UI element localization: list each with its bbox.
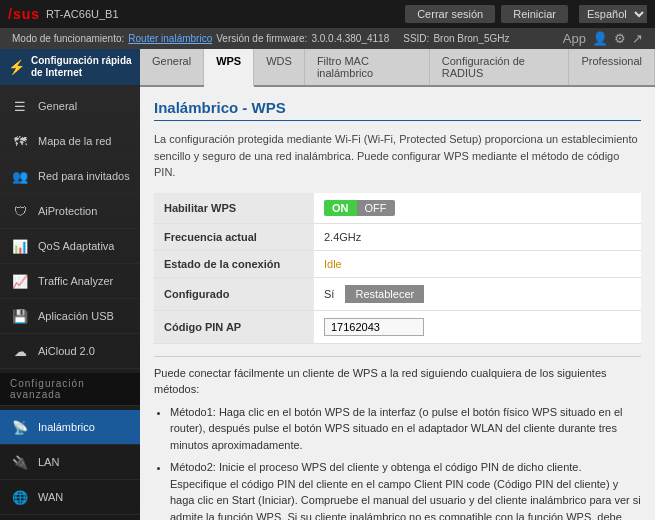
close-session-button[interactable]: Cerrar sesión <box>405 5 495 23</box>
advanced-section: 📡 Inalámbrico 🔌 LAN 🌐 WAN 🔷 IPv6 🔒 VPN <box>0 406 140 520</box>
table-row-wps-enable: Habilitar WPS ON OFF <box>154 193 641 224</box>
mode-label: Modo de funcionamiento: <box>12 33 124 44</box>
page-title: Inalámbrico - WPS <box>154 99 641 121</box>
sidebar-item-wireless[interactable]: 📡 Inalámbrico <box>0 410 140 445</box>
toggle-on[interactable]: ON <box>324 200 357 216</box>
restore-button[interactable]: Restablecer <box>345 285 424 303</box>
sidebar-item-traffic[interactable]: 📈 Traffic Analyzer <box>0 264 140 299</box>
page-content: Inalámbrico - WPS La configuración prote… <box>140 87 655 520</box>
advanced-section-header: Configuración avanzada <box>0 373 140 406</box>
sidebar-item-usb[interactable]: 💾 Aplicación USB <box>0 299 140 334</box>
aicloud-label: AiCloud 2.0 <box>38 345 95 357</box>
wan-icon: 🌐 <box>10 487 30 507</box>
firmware-label: Versión de firmware: <box>216 33 307 44</box>
reboot-button[interactable]: Reiniciar <box>501 5 568 23</box>
tab-wps[interactable]: WPS <box>204 49 254 87</box>
traffic-icon: 📈 <box>10 271 30 291</box>
guest-icon: 👥 <box>10 166 30 186</box>
quick-setup-icon: ⚡ <box>8 59 25 75</box>
ssid-label: SSID: <box>403 33 429 44</box>
asus-logo: /sus <box>8 6 40 22</box>
ssid-value: Bron Bron_5GHz <box>433 33 509 44</box>
sidebar-item-aicloud[interactable]: ☁ AiCloud 2.0 <box>0 334 140 369</box>
method1-item: Método1: Haga clic en el botón WPS de la… <box>170 404 641 454</box>
qos-icon: 📊 <box>10 236 30 256</box>
info-section: Puede conectar fácilmente un cliente de … <box>154 356 641 521</box>
table-row-configured: Configurado Sí Restablecer <box>154 277 641 310</box>
wps-enable-label: Habilitar WPS <box>154 193 314 224</box>
configured-label: Configurado <box>154 277 314 310</box>
frequency-value: 2.4GHz <box>324 231 361 243</box>
main-layout: ⚡ Configuración rápida de Internet ☰ Gen… <box>0 49 655 520</box>
sidebar-item-guest-network[interactable]: 👥 Red para invitados <box>0 159 140 194</box>
table-row-pin: Código PIN AP <box>154 310 641 343</box>
qos-label: QoS Adaptativa <box>38 240 114 252</box>
pin-input[interactable] <box>324 318 424 336</box>
traffic-label: Traffic Analyzer <box>38 275 113 287</box>
tab-mac-filter[interactable]: Filtro MAC inalámbrico <box>305 49 430 85</box>
settings-icon: ⚙ <box>614 31 626 46</box>
sidebar-item-qos[interactable]: 📊 QoS Adaptativa <box>0 229 140 264</box>
wireless-icon: 📡 <box>10 417 30 437</box>
topbar-icons: App 👤 ⚙ ↗ <box>563 31 643 46</box>
connection-state-value: Idle <box>324 258 342 270</box>
connection-state-label: Estado de la conexión <box>154 250 314 277</box>
table-row-frequency: Frecuencia actual 2.4GHz <box>154 223 641 250</box>
configured-value: Sí <box>324 288 334 300</box>
tab-general[interactable]: General <box>140 49 204 85</box>
shield-icon: 🛡 <box>10 201 30 221</box>
wireless-label: Inalámbrico <box>38 421 95 433</box>
guest-label: Red para invitados <box>38 170 130 182</box>
sidebar-item-lan[interactable]: 🔌 LAN <box>0 445 140 480</box>
sidebar: ⚡ Configuración rápida de Internet ☰ Gen… <box>0 49 140 520</box>
usb-label: Aplicación USB <box>38 310 114 322</box>
sidebar-item-general[interactable]: ☰ General <box>0 89 140 124</box>
cloud-icon: ☁ <box>10 341 30 361</box>
lan-label: LAN <box>38 456 59 468</box>
sidebar-item-network-map[interactable]: 🗺 Mapa de la red <box>0 124 140 159</box>
top-bar: /sus RT-AC66U_B1 Cerrar sesión Reiniciar… <box>0 0 655 28</box>
firmware-version: 3.0.0.4.380_4118 <box>311 33 389 44</box>
mode-bar: Modo de funcionamiento: Router inalámbri… <box>0 28 655 49</box>
info-title: Puede conectar fácilmente un cliente de … <box>154 365 641 398</box>
table-row-connection-state: Estado de la conexión Idle <box>154 250 641 277</box>
sidebar-item-aiprotection[interactable]: 🛡 AiProtection <box>0 194 140 229</box>
page-description: La configuración protegida mediante Wi-F… <box>154 131 641 181</box>
tab-wds[interactable]: WDS <box>254 49 305 85</box>
app-label: App <box>563 31 586 46</box>
tab-professional[interactable]: Professional <box>569 49 655 85</box>
tabs-bar: General WPS WDS Filtro MAC inalámbrico C… <box>140 49 655 87</box>
export-icon: ↗ <box>632 31 643 46</box>
pin-label: Código PIN AP <box>154 310 314 343</box>
aiprotection-label: AiProtection <box>38 205 97 217</box>
lan-icon: 🔌 <box>10 452 30 472</box>
settings-table: Habilitar WPS ON OFF Frecuencia actual 2… <box>154 193 641 344</box>
content-area: General WPS WDS Filtro MAC inalámbrico C… <box>140 49 655 520</box>
general-section: ☰ General 🗺 Mapa de la red 👥 Red para in… <box>0 85 140 373</box>
method2-item: Método2: Inicie el proceso WPS del clien… <box>170 459 641 520</box>
wan-label: WAN <box>38 491 63 503</box>
toggle-off[interactable]: OFF <box>357 200 395 216</box>
map-icon: 🗺 <box>10 131 30 151</box>
usb-icon: 💾 <box>10 306 30 326</box>
frequency-label: Frecuencia actual <box>154 223 314 250</box>
general-icon: ☰ <box>10 96 30 116</box>
tab-radius[interactable]: Configuración de RADIUS <box>430 49 570 85</box>
language-select[interactable]: Español <box>579 5 647 23</box>
sidebar-header: ⚡ Configuración rápida de Internet <box>0 49 140 85</box>
network-map-label: Mapa de la red <box>38 135 111 147</box>
method-list: Método1: Haga clic en el botón WPS de la… <box>154 404 641 521</box>
sidebar-item-ipv6[interactable]: 🔷 IPv6 <box>0 515 140 520</box>
wps-toggle[interactable]: ON OFF <box>324 200 395 216</box>
person-icon: 👤 <box>592 31 608 46</box>
general-label: General <box>38 100 77 112</box>
sidebar-item-wan[interactable]: 🌐 WAN <box>0 480 140 515</box>
sidebar-header-text: Configuración rápida de Internet <box>31 55 132 79</box>
router-model: RT-AC66U_B1 <box>46 8 119 20</box>
mode-link[interactable]: Router inalámbrico <box>128 33 212 44</box>
